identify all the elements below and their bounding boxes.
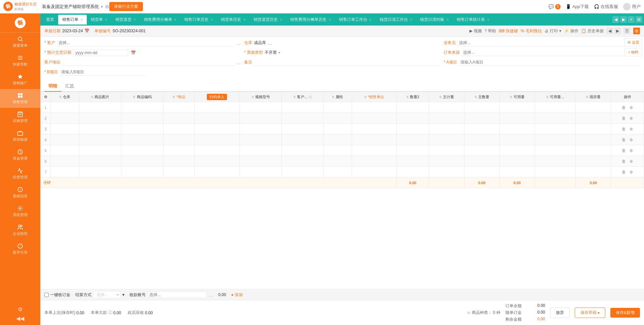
customer-expand-icon[interactable]: … — [236, 40, 241, 46]
calendar-icon[interactable]: 📅 — [84, 29, 89, 33]
sidebar-item-info[interactable]: 基础信息 — [0, 183, 40, 202]
row-3-stock[interactable] — [576, 124, 611, 134]
row-5-main-qty[interactable] — [464, 145, 499, 156]
view-btn[interactable]: ▶ 视频 — [469, 28, 482, 34]
tab-close-sales-return[interactable]: × — [134, 18, 136, 22]
sidebar-item-collab[interactable]: 企业协同 — [0, 221, 40, 240]
b-project-input[interactable] — [60, 69, 145, 76]
row-4-main-qty[interactable] — [464, 134, 499, 145]
row-3-delete-icon[interactable]: 🗑 — [621, 126, 627, 132]
nav-close-all-btn[interactable]: × — [628, 16, 635, 23]
th-main-unit[interactable]: ⇅ 主计量 — [429, 92, 464, 102]
row-3-available[interactable] — [499, 124, 535, 134]
row-7-product[interactable] — [163, 167, 195, 177]
tab-close-return-history[interactable]: × — [280, 18, 282, 22]
remark-input[interactable] — [254, 59, 441, 66]
sidebar-item-guide[interactable]: 新手引导 — [0, 240, 40, 258]
row-6-copy-icon[interactable]: ⊕ — [628, 158, 634, 164]
row-4-main-unit[interactable] — [429, 134, 464, 145]
row-2-available[interactable] — [499, 113, 535, 124]
row-4-copy-icon[interactable]: ⊕ — [628, 137, 634, 143]
delivery-date-input[interactable] — [73, 49, 128, 56]
row-5-product[interactable] — [163, 145, 195, 156]
row-7-main-qty[interactable] — [464, 167, 499, 177]
customer-input[interactable] — [57, 39, 234, 46]
row-3-customer-code[interactable] — [282, 124, 324, 134]
row-1-main-unit[interactable] — [429, 102, 464, 113]
th-product[interactable]: ⇅ *商品 — [163, 92, 195, 102]
notification-area[interactable]: 💬 8 — [548, 4, 561, 9]
toolbar-next-btn[interactable]: ▶ — [614, 28, 621, 34]
tab-sales-invoice[interactable]: 销货单 × — [87, 15, 111, 25]
solution-btn[interactable]: 体验行业方案 — [109, 2, 143, 11]
row-2-available2[interactable] — [535, 113, 576, 124]
tab-sales-order[interactable]: 销售订单 × — [58, 15, 87, 25]
row-3-attr[interactable] — [323, 124, 352, 134]
row-7-main-unit[interactable] — [429, 167, 464, 177]
row-4-available[interactable] — [499, 134, 535, 145]
sidebar-settings-icon[interactable]: ⚙ — [18, 306, 23, 313]
row-3-warehouse[interactable] — [51, 124, 79, 134]
tab-detail[interactable]: 明细 — [44, 81, 61, 92]
save-new-btn[interactable]: 保存&新增 — [610, 308, 640, 318]
th-available[interactable]: ⇅ 可用量 — [499, 92, 535, 102]
th-current-stock[interactable]: ⇅ 现存量 — [576, 92, 611, 102]
settings-icon[interactable]: ⚙ — [105, 4, 109, 9]
sidebar-item-nav[interactable]: 快捷导航 — [0, 51, 40, 70]
th-unit[interactable]: ⇅ *销售单位 — [352, 92, 396, 102]
row-2-customer-code[interactable] — [282, 113, 324, 124]
row-7-copy-icon[interactable]: ⊕ — [628, 169, 634, 175]
tab-close-sales-expense[interactable]: × — [175, 18, 177, 22]
row-5-code[interactable] — [121, 145, 163, 156]
tab-sales-expense[interactable]: 销售费用分摊单 × — [140, 15, 181, 25]
row-7-customer-code[interactable] — [282, 167, 324, 177]
invoice-type-value[interactable]: 不开票 — [265, 50, 277, 55]
row-1-customer-code[interactable] — [282, 102, 324, 113]
row-3-copy-icon[interactable]: ⊕ — [628, 126, 634, 132]
tab-close-expense-history[interactable]: × — [329, 18, 331, 22]
sidebar-item-inventory[interactable]: 库存核算 — [0, 127, 40, 146]
add-btn[interactable]: ● 添加 — [231, 292, 242, 298]
row-2-stock[interactable] — [576, 113, 611, 124]
toolbar-list-btn[interactable]: ☰ — [623, 28, 631, 34]
row-7-qty2[interactable] — [396, 167, 429, 177]
row-4-spec[interactable] — [239, 134, 281, 145]
row-2-warehouse[interactable] — [51, 113, 79, 124]
invoice-type-dropdown-icon[interactable]: ▾ — [278, 51, 280, 54]
tab-sales-stats[interactable]: 销售订单统计表 × — [453, 15, 493, 25]
row-3-main-unit[interactable] — [429, 124, 464, 134]
row-5-available[interactable] — [499, 145, 535, 156]
row-5-available2[interactable] — [535, 145, 576, 156]
row-5-attr[interactable] — [323, 145, 352, 156]
row-1-qty2[interactable] — [396, 102, 429, 113]
tab-close-order-workbench[interactable]: × — [370, 18, 372, 22]
row-4-qty2[interactable] — [396, 134, 429, 145]
th-image[interactable]: ⇅ 商品图片 — [79, 92, 121, 102]
history-btn[interactable]: 📋 历史单据 — [581, 28, 604, 34]
row-4-stock[interactable] — [576, 134, 611, 145]
tab-invoice-history[interactable]: 销货单历史 × — [217, 15, 250, 25]
row-3-spec[interactable] — [239, 124, 281, 134]
th-warehouse[interactable]: ⇅ 仓库 — [51, 92, 79, 102]
toolbar-prev-btn[interactable]: ◀ — [606, 28, 613, 34]
row-7-spec[interactable] — [239, 167, 281, 177]
tab-sales-return[interactable]: 销货退货 × — [111, 15, 140, 25]
row-6-attr[interactable] — [323, 156, 352, 167]
tab-expense-history[interactable]: 销售费用分摊单历史 × — [286, 15, 335, 25]
tab-return-history[interactable]: 销货退货历史 × — [250, 15, 286, 25]
row-1-delete-icon[interactable]: 🗑 — [621, 105, 627, 111]
tab-home[interactable]: 首页 — [42, 15, 58, 25]
row-6-main-qty[interactable] — [464, 156, 499, 167]
row-2-code[interactable] — [121, 113, 163, 124]
row-1-spec[interactable] — [239, 102, 281, 113]
staff-input[interactable] — [457, 39, 634, 46]
toolbar-grid-btn[interactable]: ⊞ — [633, 28, 640, 34]
row-1-available2[interactable] — [535, 102, 576, 113]
add-item-button[interactable]: + 物料 — [624, 48, 642, 56]
tab-close-daily-workbench[interactable]: × — [410, 18, 412, 22]
row-4-unit[interactable] — [352, 134, 396, 145]
row-7-attr[interactable] — [323, 167, 352, 177]
row-6-warehouse[interactable] — [51, 156, 79, 167]
row-2-unit[interactable] — [352, 113, 396, 124]
row-6-qty2[interactable] — [396, 156, 429, 167]
